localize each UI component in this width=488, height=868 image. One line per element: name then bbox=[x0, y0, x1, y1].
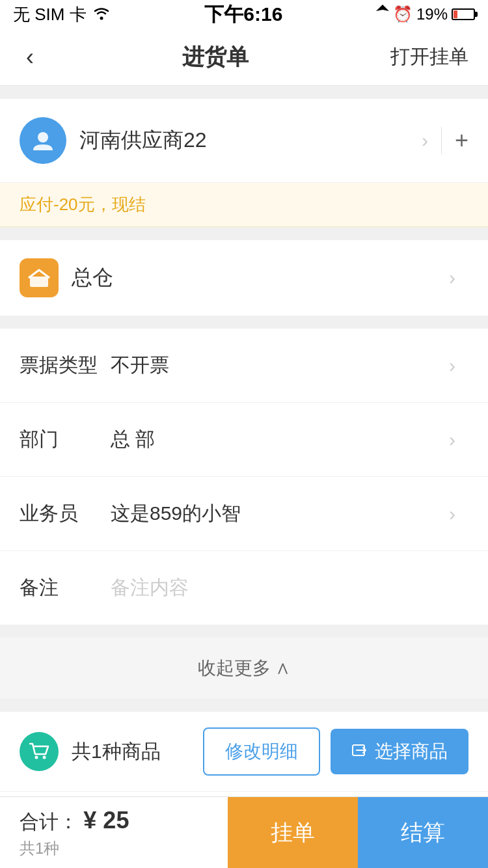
svg-point-1 bbox=[38, 132, 48, 142]
svg-point-0 bbox=[100, 16, 103, 20]
warehouse-row[interactable]: 总仓 › bbox=[0, 240, 488, 316]
hang-label: 挂单 bbox=[271, 818, 315, 848]
page-title: 进货单 bbox=[182, 42, 249, 72]
warehouse-icon bbox=[20, 258, 59, 297]
svg-rect-2 bbox=[30, 277, 48, 287]
invoice-type-row[interactable]: 票据类型 不开票 › bbox=[0, 329, 488, 403]
supplier-notice: 应付-20元，现结 bbox=[0, 183, 488, 227]
battery-percent: 19% bbox=[416, 5, 448, 23]
salesperson-value: 这是859的小智 bbox=[111, 500, 449, 527]
salesperson-row[interactable]: 业务员 这是859的小智 › bbox=[0, 477, 488, 551]
status-bar: 无 SIM 卡 下午6:16 ⏰ 19% bbox=[0, 0, 488, 29]
status-time: 下午6:16 bbox=[204, 1, 282, 28]
carrier-text: 无 SIM 卡 bbox=[13, 3, 87, 26]
battery-icon bbox=[452, 8, 475, 20]
supplier-chevron-icon: › bbox=[422, 129, 428, 152]
open-pending-button[interactable]: 打开挂单 bbox=[390, 44, 468, 70]
invoice-type-value: 不开票 bbox=[111, 352, 449, 379]
form-section: 票据类型 不开票 › 部门 总 部 › 业务员 这是859的小智 › 备注 备注… bbox=[0, 329, 488, 625]
checkout-label: 结算 bbox=[401, 818, 445, 848]
warehouse-name: 总仓 bbox=[72, 264, 449, 292]
location-icon bbox=[376, 5, 389, 24]
department-value: 总 部 bbox=[111, 426, 449, 453]
add-supplier-icon[interactable]: + bbox=[441, 127, 468, 154]
supplier-section: 河南供应商22 › + 应付-20元，现结 bbox=[0, 99, 488, 227]
product-header: 共1种商品 修改明细 选择商品 bbox=[0, 712, 488, 792]
footer-total: 合计： ¥ 25 共1种 bbox=[0, 797, 228, 868]
total-amount: ¥ 25 bbox=[83, 807, 129, 834]
product-count: 共1种商品 bbox=[72, 739, 203, 765]
hang-button[interactable]: 挂单 bbox=[228, 797, 358, 868]
salesperson-chevron: › bbox=[449, 503, 455, 525]
footer-count: 共1种 bbox=[20, 838, 208, 859]
product-cart-icon bbox=[20, 732, 59, 771]
collapse-bar[interactable]: 收起更多 ∧ bbox=[0, 638, 488, 699]
svg-point-3 bbox=[35, 756, 38, 759]
collapse-label: 收起更多 ∧ bbox=[198, 658, 291, 678]
status-right: ⏰ 19% bbox=[376, 5, 475, 24]
select-product-button[interactable]: 选择商品 bbox=[331, 729, 468, 774]
salesperson-label: 业务员 bbox=[20, 500, 111, 527]
checkout-button[interactable]: 结算 bbox=[358, 797, 488, 868]
footer-total-main: 合计： ¥ 25 bbox=[20, 807, 208, 835]
warehouse-section: 总仓 › bbox=[0, 240, 488, 316]
invoice-type-chevron: › bbox=[449, 355, 455, 377]
nav-bar: ‹ 进货单 打开挂单 bbox=[0, 29, 488, 86]
edit-detail-button[interactable]: 修改明细 bbox=[203, 727, 320, 776]
status-left: 无 SIM 卡 bbox=[13, 3, 111, 26]
warehouse-chevron-icon: › bbox=[449, 267, 455, 289]
department-row[interactable]: 部门 总 部 › bbox=[0, 403, 488, 477]
footer: 合计： ¥ 25 共1种 挂单 结算 bbox=[0, 796, 488, 868]
wifi-icon bbox=[92, 5, 111, 25]
alarm-icon: ⏰ bbox=[393, 5, 413, 23]
remark-placeholder: 备注内容 bbox=[111, 575, 468, 601]
svg-point-4 bbox=[43, 756, 46, 759]
supplier-avatar bbox=[20, 117, 66, 164]
invoice-type-label: 票据类型 bbox=[20, 352, 111, 379]
remark-label: 备注 bbox=[20, 575, 111, 601]
back-button[interactable]: ‹ bbox=[20, 37, 40, 77]
total-label: 合计： bbox=[20, 811, 78, 832]
department-label: 部门 bbox=[20, 426, 111, 453]
select-product-label: 选择商品 bbox=[375, 739, 448, 764]
supplier-row[interactable]: 河南供应商22 › + bbox=[0, 99, 488, 183]
supplier-name: 河南供应商22 bbox=[79, 126, 422, 155]
remark-row[interactable]: 备注 备注内容 bbox=[0, 551, 488, 625]
department-chevron: › bbox=[449, 429, 455, 451]
